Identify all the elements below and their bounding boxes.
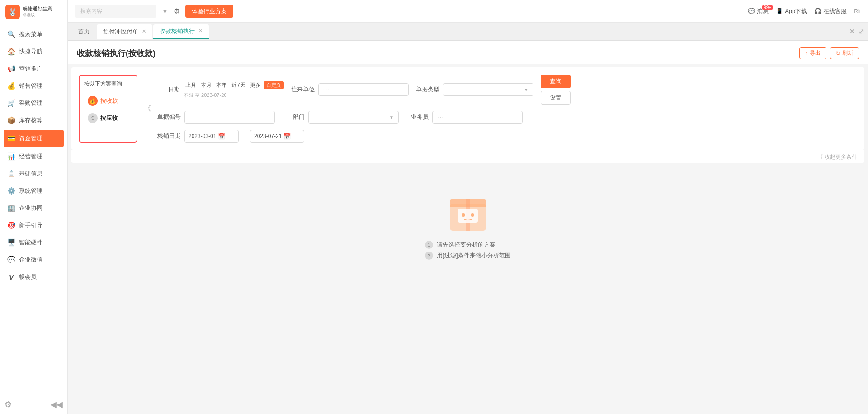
- svg-rect-3: [458, 209, 478, 223]
- settings-bottom-icon[interactable]: ⚙: [5, 400, 12, 409]
- filter-section-title: 按以下方案查询: [84, 80, 132, 88]
- empty-hint-texts: 1 请先选择要分析的方案 2 用[过滤]条件来缩小分析范围: [425, 241, 510, 260]
- sidebar-item-marketing[interactable]: 📢 营销推广: [0, 60, 67, 77]
- writeoff-date-start-input[interactable]: 2023-03-01 📅: [184, 130, 239, 143]
- filter-query-options: 按以下方案查询 💰 按收款 ⏱ 按应收: [79, 75, 137, 143]
- counterpart-select[interactable]: ···: [318, 83, 409, 96]
- sidebar-label-quick-nav: 快捷导航: [19, 48, 42, 56]
- filter-rows: 日期 上月 本月 本年 近7天 更多 自定义 不限 至: [157, 75, 857, 143]
- salesman-select[interactable]: ···: [432, 111, 523, 124]
- sidebar: 🐰 畅捷通好生意 标准版 🔍 搜索菜单 🏠 快捷导航 📢 营销推广 💰 销售管理…: [0, 0, 68, 414]
- sidebar-item-basic[interactable]: 📋 基础信息: [0, 165, 67, 182]
- empty-state: 1 请先选择要分析的方案 2 用[过滤]条件来缩小分析范围: [68, 190, 868, 260]
- calendar-end-icon: 📅: [283, 133, 291, 140]
- industry-solution-button[interactable]: 体验行业方案: [185, 5, 233, 18]
- tab-prepay[interactable]: 预付冲应付单 ✕: [97, 24, 152, 39]
- receivable-option-label: 按应收: [100, 114, 118, 122]
- sidebar-item-quick-nav[interactable]: 🏠 快捷导航: [0, 43, 67, 60]
- sidebar-label-weixin: 企业微信: [19, 256, 42, 264]
- receivable-option-icon: ⏱: [88, 113, 98, 123]
- collapse-more-icon: 《: [817, 153, 823, 161]
- weixin-icon: 💬: [7, 256, 15, 264]
- date-tab-this-month[interactable]: 本月: [199, 81, 213, 90]
- collapse-sidebar-icon[interactable]: ◀◀: [50, 400, 63, 409]
- sidebar-item-member[interactable]: V 畅会员: [0, 268, 67, 286]
- sidebar-item-search[interactable]: 🔍 搜索菜单: [0, 26, 67, 43]
- empty-hint-1-text: 请先选择要分析的方案: [437, 241, 495, 249]
- sidebar-item-guide[interactable]: 🎯 新手引导: [0, 217, 67, 234]
- header-chevron-down-icon[interactable]: ▼: [162, 8, 168, 15]
- counterpart-field: 往来单位 ···: [291, 83, 409, 96]
- date-tab-7days[interactable]: 近7天: [230, 81, 247, 90]
- user-info[interactable]: Rit: [854, 8, 861, 14]
- date-tab-last-month[interactable]: 上月: [184, 81, 198, 90]
- sidebar-label-hardware: 智能硬件: [19, 238, 42, 247]
- message-badge[interactable]: 💬 消息 99+: [748, 7, 769, 15]
- sidebar-label-purchase: 采购管理: [19, 99, 42, 107]
- tab-bar: 首页 预付冲应付单 ✕ 收款核销执行 ✕ ✕ ⤢: [68, 23, 868, 41]
- sidebar-label-sales: 销售管理: [19, 82, 42, 90]
- sidebar-label-business: 经营管理: [19, 152, 42, 161]
- collapse-chevron-icon: 《: [144, 104, 151, 114]
- tab-close-prepay[interactable]: ✕: [142, 29, 146, 34]
- filter-fields: 日期 上月 本月 本年 近7天 更多 自定义 不限 至: [157, 75, 857, 143]
- collapse-more-button[interactable]: 《 收起更多条件: [817, 153, 857, 161]
- filter-option-by-receipt[interactable]: 💰 按收款: [84, 93, 132, 109]
- sidebar-item-finance[interactable]: 💳 资金管理: [4, 130, 64, 147]
- header-search-bar[interactable]: 搜索内容: [75, 5, 156, 18]
- page-title-actions: ↑ 导出 ↻ 刷新: [799, 47, 859, 59]
- guide-icon: 🎯: [7, 221, 15, 229]
- calendar-start-icon: 📅: [218, 133, 225, 140]
- tab-close-all-icon[interactable]: ✕: [849, 27, 855, 36]
- counterpart-label: 往来单位: [291, 86, 315, 94]
- tab-bar-end: ✕ ⤢: [849, 27, 864, 36]
- sidebar-item-hardware[interactable]: 🖥️ 智能硬件: [0, 234, 67, 251]
- date-tab-more[interactable]: 更多: [248, 81, 263, 90]
- filter-collapse-toggle[interactable]: 《: [143, 75, 152, 143]
- date-custom-tag[interactable]: 自定义: [264, 81, 284, 89]
- member-icon: V: [7, 273, 15, 281]
- sidebar-item-inventory[interactable]: 📦 库存核算: [0, 112, 67, 129]
- sales-icon: 💰: [7, 82, 15, 90]
- system-icon: ⚙️: [7, 187, 15, 195]
- app-download-link[interactable]: 📱 App下载: [776, 7, 807, 15]
- tab-close-collection[interactable]: ✕: [198, 28, 203, 34]
- sidebar-label-basic: 基础信息: [19, 170, 42, 178]
- date-tab-this-year[interactable]: 本年: [214, 81, 229, 90]
- customer-service-link[interactable]: 🎧 在线客服: [814, 7, 847, 15]
- tab-collection[interactable]: 收款核销执行 ✕: [153, 24, 209, 39]
- dept-select[interactable]: ▼: [308, 111, 399, 124]
- sidebar-label-guide: 新手引导: [19, 221, 42, 229]
- sidebar-item-purchase[interactable]: 🛒 采购管理: [0, 95, 67, 112]
- page-title: 收款核销执行(按收款): [77, 48, 156, 59]
- export-button[interactable]: ↑ 导出: [799, 47, 826, 59]
- writeoff-date-end-input[interactable]: 2023-07-21 📅: [250, 130, 304, 143]
- sidebar-item-system[interactable]: ⚙️ 系统管理: [0, 182, 67, 200]
- home-icon: 🏠: [7, 48, 15, 56]
- date-field: 日期 上月 本月 本年 近7天 更多 自定义 不限 至: [157, 81, 284, 99]
- app-logo: 🐰 畅捷通好生意 标准版: [0, 0, 67, 24]
- doc-type-field: 单据类型 ▼: [416, 83, 533, 96]
- filter-row-2: 单据编号 部门 ▼ 业务员: [157, 111, 857, 124]
- sidebar-item-business[interactable]: 📊 经营管理: [0, 148, 67, 165]
- empty-hint-2-text: 用[过滤]条件来缩小分析范围: [437, 252, 510, 260]
- salesman-label: 业务员: [406, 113, 429, 121]
- tab-home[interactable]: 首页: [71, 24, 96, 39]
- basic-icon: 📋: [7, 170, 15, 178]
- page-content: 收款核销执行(按收款) ↑ 导出 ↻ 刷新 按以下方案查询 💰 按收款: [68, 41, 868, 414]
- sidebar-item-sales[interactable]: 💰 销售管理: [0, 77, 67, 95]
- filter-option-by-receivable[interactable]: ⏱ 按应收: [84, 110, 132, 126]
- sidebar-item-enterprise[interactable]: 🏢 企业协同: [0, 200, 67, 217]
- sidebar-item-weixin[interactable]: 💬 企业微信: [0, 251, 67, 268]
- setting-button[interactable]: 设置: [541, 91, 571, 105]
- doc-type-select[interactable]: ▼: [443, 83, 533, 96]
- query-button[interactable]: 查询: [541, 75, 571, 88]
- header-gear-icon[interactable]: ⚙: [174, 7, 180, 15]
- sidebar-label-member: 畅会员: [19, 273, 37, 281]
- refresh-button[interactable]: ↻ 刷新: [830, 47, 859, 59]
- dept-chevron-icon: ▼: [389, 115, 394, 120]
- doc-no-input[interactable]: [184, 111, 275, 124]
- collapse-more-label: 收起更多条件: [825, 153, 857, 161]
- customer-service-icon: 🎧: [814, 8, 821, 14]
- tab-maximize-icon[interactable]: ⤢: [859, 27, 864, 36]
